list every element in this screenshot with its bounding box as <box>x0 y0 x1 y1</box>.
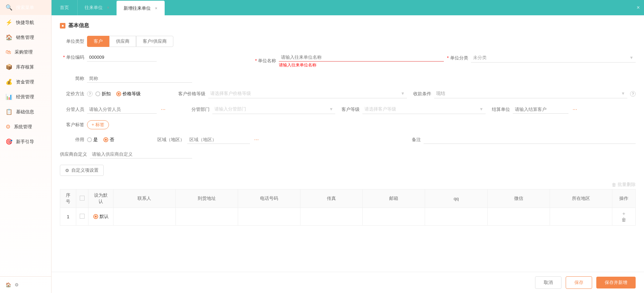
cell-default: 默认 <box>88 208 113 226</box>
unit-category-select[interactable]: 未分类 ▼ <box>471 53 636 63</box>
cell-fax[interactable] <box>300 208 363 226</box>
add-row-icon[interactable]: ＋ <box>620 211 628 216</box>
close-new-contact-icon[interactable]: × <box>155 6 157 11</box>
sidebar-item-sales[interactable]: 🏠 销售管理 <box>0 30 51 45</box>
address-input[interactable] <box>179 214 234 219</box>
manager-input[interactable] <box>87 105 157 114</box>
customer-level-group: 客户等级 请选择客户等级 ▼ <box>335 105 485 114</box>
sidebar-item-search[interactable]: 🔍 搜索菜单 <box>0 0 51 15</box>
region-group: 区域（地区） ··· <box>157 136 396 144</box>
customer-tag-row: 客户标签 + 标签 <box>60 120 636 129</box>
default-radio[interactable]: 默认 <box>92 213 110 220</box>
cell-email[interactable] <box>363 208 425 226</box>
wechat-input[interactable] <box>491 214 546 219</box>
cancel-button[interactable]: 取消 <box>535 276 561 289</box>
cell-region[interactable] <box>550 208 612 226</box>
customer-price-select[interactable]: 请选择客户价格等级 ▼ <box>208 89 407 98</box>
tab-new-contact-label: 新增往来单位 <box>124 5 151 11</box>
sidebar: 🔍 搜索菜单 ⚡ 快捷导航 🏠 销售管理 🛍 采购管理 📦 库存核算 💰 资金管… <box>0 0 52 293</box>
qq-input[interactable] <box>429 214 484 219</box>
sidebar-item-purchase[interactable]: 🛍 采购管理 <box>0 45 51 59</box>
radio-yes-label: 是 <box>93 137 98 143</box>
col-default: 设为默认 <box>88 189 113 208</box>
cell-contact[interactable] <box>113 208 175 226</box>
settlement-more-icon[interactable]: ··· <box>571 106 579 113</box>
type-btn-both[interactable]: 客户/供应商 <box>136 36 173 47</box>
col-contact: 联系人 <box>113 189 175 208</box>
radio-no[interactable]: 否 <box>103 137 114 143</box>
region-input[interactable] <box>187 136 250 144</box>
sidebar-item-finance[interactable]: 💰 资金管理 <box>0 74 51 89</box>
unit-type-label: 单位类型 <box>60 38 84 44</box>
sidebar-item-label: 资金管理 <box>16 79 34 85</box>
bottom-bar: 取消 保存 保存并新增 <box>52 272 644 293</box>
manager-row: 分管人员 ··· 分管部门 请输入分管部门 ▼ 客户等级 请选择客户等级 ▼ 结… <box>60 105 636 114</box>
supplier-custom-input[interactable] <box>90 150 192 158</box>
payment-terms-select[interactable]: 现结 ▼ <box>434 89 627 98</box>
basic-icon: 📋 <box>6 108 13 115</box>
col-email: 邮箱 <box>363 189 425 208</box>
table-header: 序号 设为默认 联系人 到货地址 电话号码 传真 邮箱 qq 微信 所在地区 操… <box>60 189 636 208</box>
unit-name-input[interactable] <box>279 53 443 62</box>
sidebar-footer-home[interactable]: 🏠 ⚙ <box>0 279 51 290</box>
radio-yes[interactable]: 是 <box>87 137 98 143</box>
custom-settings-label: 自定义项设置 <box>71 167 99 173</box>
radio-price-level-circle <box>116 91 121 96</box>
region-table-input[interactable] <box>553 214 608 219</box>
section-icon: ■ <box>60 23 65 29</box>
tab-contacts[interactable]: 往来单位 × <box>78 0 117 15</box>
type-btn-supplier[interactable]: 供应商 <box>109 36 136 47</box>
tab-new-contact[interactable]: 新增往来单位 × <box>117 1 165 16</box>
cell-phone[interactable] <box>238 208 300 226</box>
customer-level-select[interactable]: 请选择客户等级 ▼ <box>362 105 485 114</box>
unit-category-value: 未分类 <box>473 55 487 61</box>
col-fax: 传真 <box>300 189 363 208</box>
add-tag-button[interactable]: + 标签 <box>87 120 109 129</box>
sidebar-item-operations[interactable]: 📊 经营管理 <box>0 89 51 104</box>
radio-yes-circle <box>87 137 92 142</box>
sidebar-item-system[interactable]: ⚙ 系统管理 <box>0 119 51 134</box>
cell-address[interactable] <box>175 208 238 226</box>
short-name-input[interactable] <box>87 74 192 83</box>
cell-seq: 1 <box>60 208 76 226</box>
save-button[interactable]: 保存 <box>566 276 592 289</box>
sidebar-item-inventory[interactable]: 📦 库存核算 <box>0 59 51 74</box>
phone-input[interactable] <box>242 214 297 219</box>
department-select[interactable]: 请输入分管部门 ▼ <box>212 105 335 114</box>
radio-discount[interactable]: 折扣 <box>95 91 111 97</box>
region-more-icon[interactable]: ··· <box>253 137 260 143</box>
guide-icon: 🎯 <box>6 138 13 145</box>
row-checkbox[interactable] <box>80 214 85 219</box>
tab-home[interactable]: 首页 <box>52 0 78 15</box>
type-btn-customer[interactable]: 客户 <box>87 36 109 47</box>
close-all-tabs-icon[interactable]: × <box>637 5 640 11</box>
payment-help-icon[interactable]: ? <box>630 91 636 97</box>
close-contacts-icon[interactable]: × <box>107 5 109 10</box>
custom-settings-button[interactable]: ⚙ 自定义项设置 <box>60 165 104 176</box>
batch-delete-area[interactable]: 🗑 批量删除 <box>60 181 636 188</box>
pricing-help-icon[interactable]: ? <box>87 91 93 97</box>
save-new-button[interactable]: 保存并新增 <box>596 277 636 288</box>
cell-checkbox <box>76 208 88 226</box>
sidebar-item-quick-nav[interactable]: ⚡ 快捷导航 <box>0 15 51 30</box>
unit-code-input[interactable] <box>87 53 157 62</box>
contact-input[interactable] <box>117 214 172 219</box>
payment-terms-group: 收款条件 现结 ▼ ? <box>407 89 636 98</box>
radio-price-level[interactable]: 价格等级 <box>116 91 141 97</box>
settlement-input[interactable] <box>513 105 568 114</box>
sidebar-item-guide[interactable]: 🎯 新手引导 <box>0 134 51 149</box>
email-input[interactable] <box>366 214 421 219</box>
customer-price-dropdown-icon: ▼ <box>401 91 405 96</box>
cell-wechat[interactable] <box>487 208 550 226</box>
sidebar-item-label: 新手引导 <box>16 139 34 145</box>
remarks-input[interactable] <box>424 136 636 144</box>
unit-code-group: 单位编码 <box>60 53 252 62</box>
manager-more-icon[interactable]: ··· <box>159 106 167 113</box>
disabled-group: 停用 是 否 <box>60 137 157 143</box>
sidebar-item-basic[interactable]: 📋 基础信息 <box>0 104 51 119</box>
fax-input[interactable] <box>304 214 359 219</box>
cell-qq[interactable] <box>425 208 487 226</box>
delete-row-icon[interactable]: 🗑 <box>620 217 628 222</box>
unit-name-input-group: 请输入往来单位名称 <box>279 53 443 68</box>
select-all-checkbox[interactable] <box>80 196 85 201</box>
